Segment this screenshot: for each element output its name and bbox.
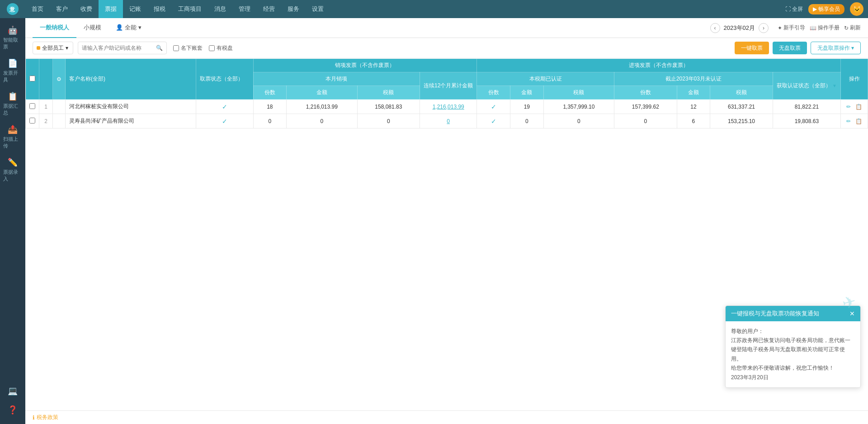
checkbox-tax-disk-input[interactable]	[209, 45, 215, 51]
view-icon[interactable]: 📋	[855, 104, 862, 110]
row1-sales-tax: 158,081.83	[357, 100, 420, 114]
th-sales-amount: 金额	[287, 86, 357, 100]
sidebar-item-invoice-summary[interactable]: 📋 票据汇总	[1, 88, 24, 120]
member-button[interactable]: ▶ 畅享会员	[808, 4, 844, 14]
row1-consecutive[interactable]: 1,216,013.99	[420, 100, 477, 114]
row2-sales-amount: 0	[287, 114, 357, 129]
th-purchase-cert-count: 份数	[477, 86, 510, 100]
status-filter-icon[interactable]: ▼	[245, 76, 250, 81]
svg-text:意: 意	[9, 6, 15, 13]
th-uncert-amount: 金额	[677, 86, 710, 100]
info-icon: ℹ	[33, 414, 35, 421]
sidebar-item-help[interactable]: ❓	[1, 401, 24, 419]
row2-status: ✓	[196, 114, 253, 129]
select-all-checkbox[interactable]	[29, 76, 35, 81]
sidebar-item-invoice-entry[interactable]: ✏️ 票据录入	[1, 154, 24, 186]
fullscreen-icon: ⛶	[785, 6, 791, 12]
row2-purchase-tax: 0	[614, 114, 677, 129]
th-settings: ⚙	[53, 59, 66, 100]
th-customer: 客户名称(全部) ▼	[66, 59, 196, 100]
nav-menu: 首页 客户 收费 票据 记账 报税 工商项目 消息 管理 经营 服务 设置	[25, 0, 785, 18]
nav-message[interactable]: 消息	[208, 0, 232, 18]
tab-all[interactable]: 👤 全能 ▾	[108, 18, 149, 38]
checkbox-account-label: 名下账套	[181, 44, 203, 52]
summary-icon: 📋	[8, 91, 18, 101]
person-icon: 👤	[116, 24, 123, 31]
sidebar-item-smart-ticket[interactable]: 🤖 智能取票	[1, 22, 24, 54]
checkbox-account-input[interactable]	[173, 45, 179, 51]
chevron-down-icon: ▾	[851, 45, 854, 51]
nav-invoice[interactable]: 票据	[99, 0, 123, 18]
th-sales-header: 销项发票（不含作废票）	[253, 59, 477, 72]
period-prev-button[interactable]: ‹	[710, 23, 720, 33]
nav-fee[interactable]: 收费	[74, 0, 99, 18]
book-icon: 📖	[810, 25, 816, 31]
one-click-ticket-button[interactable]: 一键取票	[735, 42, 769, 54]
row1-uncert-count: 12	[677, 100, 710, 114]
view-icon[interactable]: 📋	[855, 118, 862, 124]
nav-home[interactable]: 首页	[25, 0, 50, 18]
edit-icon[interactable]: ✏	[846, 104, 851, 110]
row2-sales-count: 0	[253, 114, 287, 129]
filter-icon[interactable]: ▼	[107, 76, 111, 81]
row2-sales-tax: 0	[357, 114, 420, 129]
tab-general-taxpayer[interactable]: 一般纳税人	[33, 18, 76, 38]
refresh-icon: ↻	[844, 25, 849, 31]
sidebar-label-scan-upload: 扫描上传	[3, 136, 22, 149]
checkbox-account[interactable]: 名下账套	[173, 44, 203, 52]
check-icon: ✓	[491, 103, 496, 110]
row2-checkbox[interactable]	[26, 114, 39, 129]
fullscreen-button[interactable]: ⛶ 全屏	[785, 5, 803, 13]
notification-header: 一键报税与无盘取票功能恢复通知 ✕	[726, 306, 860, 321]
check-icon: ✓	[491, 118, 496, 125]
row1-certify-status: ✓	[477, 100, 510, 114]
nav-manage[interactable]: 管理	[232, 0, 257, 18]
no-disk-ticket-button[interactable]: 无盘取票	[773, 42, 807, 54]
edit-icon[interactable]: ✏	[846, 118, 851, 124]
period-next-button[interactable]: ›	[759, 23, 769, 33]
nav-tax[interactable]: 报税	[147, 0, 172, 18]
checkbox-tax-disk[interactable]: 有税盘	[209, 44, 233, 52]
th-deadline: 截止2023年03月未认证	[614, 72, 773, 86]
th-purchase-cert-tax: 税额	[543, 86, 614, 100]
tax-policy-link[interactable]: ℹ 税务政策	[33, 414, 58, 421]
row1-purchase-amount: 1,357,999.10	[543, 100, 614, 114]
th-current-month: 本月销项	[253, 72, 420, 86]
nav-business[interactable]: 工商项目	[172, 0, 208, 18]
manual-button[interactable]: 📖 操作手册	[810, 24, 840, 32]
nav-settings[interactable]: 设置	[306, 0, 330, 18]
nav-right-actions: ⛶ 全屏 ▶ 畅享会员 🐱	[785, 2, 863, 16]
row1-checkbox[interactable]	[26, 100, 39, 114]
row2-uncert-amount: 153,215.10	[710, 114, 773, 129]
tab-small-scale[interactable]: 小规模	[76, 18, 108, 38]
nav-operation[interactable]: 经营	[257, 0, 281, 18]
search-box: 🔍	[78, 42, 167, 54]
nav-customer[interactable]: 客户	[50, 0, 74, 18]
row2-consecutive[interactable]: 0	[420, 114, 477, 129]
certify-filter-icon[interactable]: ▼	[832, 83, 837, 88]
guide-button[interactable]: ✦ 新手引导	[778, 24, 805, 32]
nav-bookkeeping[interactable]: 记账	[123, 0, 147, 18]
search-icon[interactable]: 🔍	[156, 45, 163, 51]
sidebar-item-scan-upload[interactable]: 📤 扫描上传	[1, 121, 24, 153]
row2-certify-status: ✓	[477, 114, 510, 129]
refresh-button[interactable]: ↻ 刷新	[844, 24, 861, 32]
notification-popup: ✈ 一键报税与无盘取票功能恢复通知 ✕ 尊敬的用户： 江苏政务网已恢复访问电子税…	[725, 305, 861, 388]
user-avatar[interactable]: 🐱	[850, 2, 863, 16]
nav-service[interactable]: 服务	[281, 0, 306, 18]
employee-select[interactable]: 全部员工 ▾	[33, 42, 73, 54]
row1-status: ✓	[196, 100, 253, 114]
th-sales-tax: 税额	[357, 86, 420, 100]
row2-settings	[53, 114, 66, 129]
no-disk-ops-button[interactable]: 无盘取票操作 ▾	[811, 42, 861, 54]
th-uncert-count: 份数	[614, 86, 677, 100]
monitor-icon: 💻	[8, 386, 18, 396]
sidebar-item-monitor[interactable]: 💻	[1, 382, 24, 400]
sidebar-item-invoice-open[interactable]: 📄 发票开具	[1, 55, 24, 87]
row1-uncert-tax: 81,822.21	[773, 100, 840, 114]
search-input[interactable]	[82, 45, 154, 51]
top-navigation: 意 首页 客户 收费 票据 记账 报税 工商项目 消息 管理 经营 服务 设置 …	[0, 0, 868, 18]
th-status: 取票状态（全部） ▼	[196, 59, 253, 100]
chevron-down-icon: ▾	[138, 24, 142, 31]
row2-operation: ✏ 📋	[841, 114, 868, 129]
